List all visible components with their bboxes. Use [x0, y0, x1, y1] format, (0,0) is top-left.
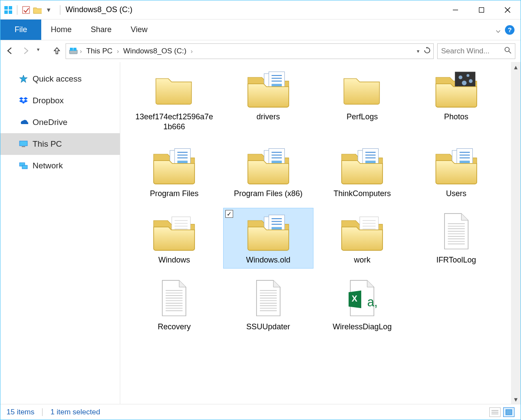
folder-docs-icon — [244, 68, 292, 109]
titlebar: ▾ Windows8_OS (C:) — [0, 0, 521, 20]
properties-icon[interactable] — [22, 6, 30, 14]
refresh-icon[interactable] — [424, 47, 431, 56]
item-label: Users — [446, 189, 466, 199]
vertical-scrollbar[interactable]: ▴ ▾ — [511, 62, 521, 404]
ribbon-right: ⌵ ? — [496, 20, 521, 40]
file-explorer-icon[interactable] — [4, 6, 13, 14]
item-program-files-x86-[interactable]: ✓Program Files (x86) — [223, 141, 314, 202]
item-drivers[interactable]: ✓drivers — [223, 65, 314, 135]
svg-line-44 — [509, 51, 511, 53]
back-button[interactable] — [6, 46, 15, 56]
svg-rect-41 — [70, 48, 73, 51]
new-folder-icon[interactable] — [33, 6, 42, 14]
item-label: SSUUpdater — [246, 322, 290, 332]
sidebar-item-label: This PC — [33, 139, 62, 149]
folder-icon — [338, 68, 386, 109]
tab-home[interactable]: Home — [41, 20, 81, 40]
search-icon — [505, 47, 511, 56]
separator — [17, 5, 17, 15]
address-dropdown-icon[interactable]: ▾ — [417, 48, 419, 54]
crumb-sep-icon[interactable]: › — [80, 48, 82, 55]
ribbon: File Home Share View ⌵ ? — [0, 20, 521, 40]
item-work[interactable]: ✓work — [317, 208, 408, 268]
sidebar-item-label: Quick access — [33, 74, 82, 84]
addressbar-right: ▾ — [417, 47, 431, 56]
tab-view[interactable]: View — [121, 20, 157, 40]
folder-docs-icon — [244, 144, 292, 186]
close-button[interactable] — [495, 1, 521, 19]
svg-rect-34 — [9, 10, 12, 14]
star-icon — [19, 74, 28, 84]
search-input[interactable]: Search Wind... — [437, 43, 515, 59]
svg-rect-37 — [479, 7, 484, 12]
folder-docs-icon — [432, 144, 480, 186]
window-title: Windows8_OS (C:) — [62, 5, 132, 14]
item-perflogs[interactable]: ✓PerfLogs — [317, 65, 408, 135]
item-label: 13eef174ecf12596a7e1b666 — [135, 112, 213, 132]
item-thinkcomputers[interactable]: ✓ThinkComputers — [317, 141, 408, 202]
item-users[interactable]: ✓Users — [411, 141, 502, 202]
crumb-sep-icon[interactable]: › — [191, 48, 193, 55]
item-label: Windows — [158, 255, 190, 265]
breadcrumb-drive[interactable]: Windows8_OS (C:) — [121, 45, 189, 57]
folder-docs-icon — [338, 144, 386, 186]
item-windows[interactable]: ✓Windows — [129, 208, 220, 268]
help-icon[interactable]: ? — [505, 25, 514, 35]
item-label: IFRToolLog — [436, 255, 476, 265]
svg-rect-46 — [20, 141, 27, 146]
icons-view-button[interactable] — [503, 407, 514, 417]
svg-rect-35 — [23, 7, 30, 13]
nav-arrows: ▾ — [6, 46, 62, 56]
qat-dropdown-icon[interactable]: ▾ — [44, 6, 53, 14]
item-label: work — [354, 255, 370, 265]
folder-open-icon — [150, 211, 198, 253]
sidebar-item-onedrive[interactable]: OneDrive — [0, 112, 120, 133]
folder-docs-icon — [244, 211, 292, 253]
item-label: Photos — [444, 112, 468, 122]
svg-rect-42 — [73, 48, 76, 51]
breadcrumb-this-pc[interactable]: This PC — [84, 45, 115, 57]
ribbon-expand-icon[interactable]: ⌵ — [496, 25, 501, 35]
item-ifrtoollog[interactable]: ✓IFRToolLog — [411, 208, 502, 268]
scroll-thumb[interactable] — [511, 72, 521, 394]
address-bar[interactable]: › This PC › Windows8_OS (C:) › ▾ — [66, 43, 434, 59]
checkbox-icon[interactable]: ✓ — [225, 210, 233, 218]
svg-rect-32 — [9, 6, 12, 10]
pc-icon — [19, 139, 28, 149]
item-label: Recovery — [158, 322, 191, 332]
item-program-files[interactable]: ✓Program Files — [129, 141, 220, 202]
scroll-up-icon[interactable]: ▴ — [511, 62, 521, 72]
details-view-button[interactable] — [489, 407, 501, 417]
minimize-button[interactable] — [442, 1, 468, 19]
item-recovery[interactable]: ✓Recovery — [129, 275, 220, 335]
sidebar-item-label: Network — [33, 161, 63, 171]
sidebar-item-quick-access[interactable]: Quick access — [0, 68, 120, 90]
svg-point-43 — [505, 47, 509, 52]
svg-rect-33 — [4, 10, 8, 14]
tab-share[interactable]: Share — [81, 20, 121, 40]
file-excel-icon — [338, 278, 386, 319]
sidebar-item-this-pc[interactable]: This PC — [0, 133, 120, 155]
scroll-down-icon[interactable]: ▾ — [511, 394, 521, 404]
item-wirelessdiaglog[interactable]: ✓WirelessDiagLog — [317, 275, 408, 335]
items-grid[interactable]: ✓13eef174ecf12596a7e1b666✓drivers✓PerfLo… — [120, 62, 510, 404]
svg-marker-45 — [20, 75, 27, 82]
item-label: Windows.old — [246, 255, 290, 265]
sidebar-item-label: OneDrive — [33, 118, 67, 127]
recent-locations-icon[interactable]: ▾ — [37, 46, 46, 56]
item-ssuupdater[interactable]: ✓SSUUpdater — [223, 275, 314, 335]
sidebar-item-dropbox[interactable]: Dropbox — [0, 90, 120, 112]
search-placeholder: Search Wind... — [441, 47, 490, 56]
maximize-button[interactable] — [468, 1, 495, 19]
up-button[interactable] — [53, 46, 62, 56]
file-tab[interactable]: File — [0, 20, 41, 40]
forward-button[interactable] — [21, 46, 31, 56]
item-windows-old[interactable]: ✓Windows.old — [223, 208, 314, 268]
sidebar-item-network[interactable]: Network — [0, 155, 120, 177]
crumb-sep-icon[interactable]: › — [117, 48, 119, 55]
item-13eef174ecf12596a7e1b666[interactable]: ✓13eef174ecf12596a7e1b666 — [129, 65, 220, 135]
folder-open-icon — [338, 211, 386, 253]
item-label: drivers — [257, 112, 280, 122]
item-photos[interactable]: ✓Photos — [411, 65, 502, 135]
status-selection: 1 item selected — [50, 408, 100, 417]
